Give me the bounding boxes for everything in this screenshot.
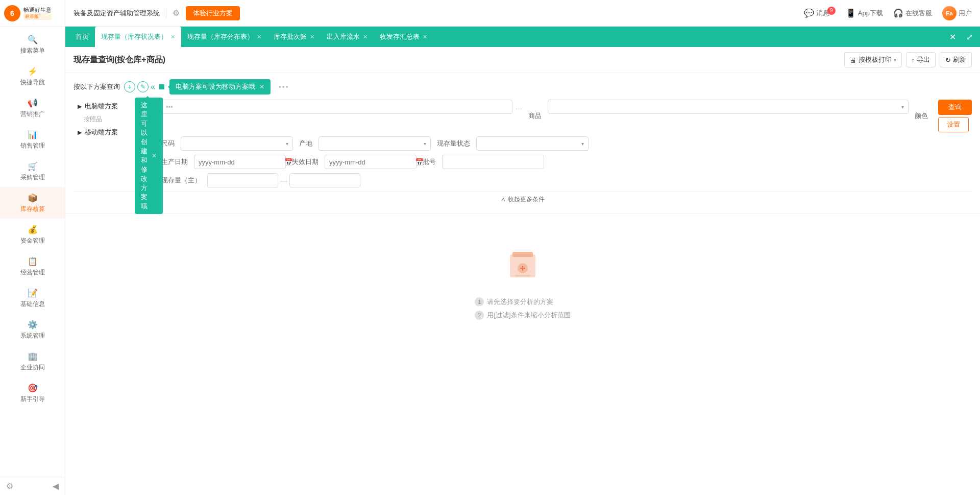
sidebar-item-marketing[interactable]: 📢 营销推广 (0, 92, 65, 124)
tab-close-batch-account[interactable]: ✕ (310, 34, 314, 40)
inventory-icon: 📦 (27, 192, 38, 203)
notification-area[interactable]: 💬 消息 9 (804, 8, 836, 18)
filter-edit-button[interactable]: ✎ (137, 81, 149, 92)
sidebar-item-basic-info[interactable]: 📝 基础信息 (0, 282, 65, 314)
sidebar-item-guide[interactable]: 🎯 新手引导 (0, 377, 65, 409)
collapse-more-conditions[interactable]: ∧ 收起更多条件 (74, 192, 972, 207)
filter-label: 按以下方案查询 (74, 82, 120, 91)
commodity-select[interactable]: ••• (161, 100, 512, 114)
settings-icon[interactable]: ⚙ (6, 481, 13, 491)
system-name: 装备及固定资产辅助管理系统 (74, 9, 160, 18)
marketing-icon: 📢 (27, 97, 38, 108)
commodity-dots: … (516, 103, 522, 111)
finance-icon: 💰 (27, 224, 38, 235)
inventory-status-select[interactable]: ▾ (476, 136, 589, 151)
filter-row-3: 生产日期 📅 失效日期 📅 批号 (161, 155, 972, 169)
gear-settings-icon[interactable]: ⚙ (173, 8, 180, 18)
toolbar-actions: 🖨 按模板打印 ▾ ↑ 导出 ↻ 刷新 (844, 52, 972, 67)
app-download-area[interactable]: 📱 App下载 (846, 8, 883, 18)
tab-home[interactable]: 首页 (69, 32, 95, 41)
export-button[interactable]: ↑ 导出 (906, 52, 936, 67)
production-date-label: 生产日期 (161, 157, 188, 167)
app-header: 装备及固定资产辅助管理系统 ⚙ 体验行业方案 💬 消息 9 📱 App下载 🎧 … (65, 0, 980, 27)
purchase-icon: 🛒 (27, 160, 38, 172)
system-icon: ⚙️ (27, 319, 38, 330)
filter-main-layout: ▶ 电脑端方案 这里可以创建和修改方案哦 ✕ 按照品 (74, 100, 972, 192)
enterprise-icon: 🏢 (27, 350, 38, 362)
sidebar-item-system[interactable]: ⚙️ 系统管理 (0, 314, 65, 345)
size-label: 尺码 (161, 139, 175, 148)
sidebar-item-search-menu[interactable]: 🔍 搜索菜单 (0, 29, 65, 60)
stock-qty-from-input[interactable] (207, 173, 278, 187)
size-chevron: ▾ (286, 141, 288, 147)
tab-collect-summary[interactable]: 收发存汇总表 ✕ (374, 27, 433, 47)
tabs-actions: ✕ ⤢ (946, 31, 976, 43)
sidebar-item-inventory[interactable]: 📦 库存核算 (0, 187, 65, 219)
stock-qty-to-input[interactable] (289, 173, 360, 187)
search-setup-buttons: 查询 设置 (938, 100, 972, 132)
sales-icon: 📊 (27, 129, 38, 140)
filter-back-button[interactable]: « (151, 82, 155, 91)
empty-step-1: 1 请先选择要分析的方案 (475, 295, 570, 309)
collapse-sidebar-btn[interactable]: ◀ (53, 481, 59, 491)
filter-add-button[interactable]: + (124, 81, 135, 92)
scheme-tooltip-close[interactable]: ✕ (259, 83, 264, 90)
tab-bar: 首页 现存量（库存状况表） ✕ 现存量（库存分布表） ✕ 库存批次账 ✕ 出入库… (65, 27, 980, 47)
create-tooltip-area: 这里可以创建和修改方案哦 ✕ (135, 98, 163, 214)
tab-inventory-dist[interactable]: 现存量（库存分布表） ✕ (181, 27, 267, 47)
refresh-button[interactable]: ↻ 刷新 (940, 52, 972, 67)
size-select[interactable]: ▾ (181, 136, 293, 151)
main-area: 装备及固定资产辅助管理系统 ⚙ 体验行业方案 💬 消息 9 📱 App下载 🎧 … (65, 0, 980, 495)
sidebar-item-sales[interactable]: 📊 销售管理 (0, 124, 65, 155)
inventory-status-chevron: ▾ (581, 141, 584, 147)
page-toolbar: 现存量查询(按仓库+商品) 🖨 按模板打印 ▾ ↑ 导出 ↻ 刷新 (65, 47, 980, 73)
expand-tabs-icon[interactable]: ⤢ (963, 31, 976, 43)
color-select[interactable]: ▾ (548, 100, 909, 114)
create-tooltip-close[interactable]: ✕ (152, 152, 157, 159)
scheme-tooltip: 电脑方案可设为移动方案哦 ✕ (169, 79, 271, 95)
production-date-from-input[interactable] (199, 158, 284, 166)
user-area[interactable]: Ea 用户 (942, 6, 972, 20)
create-tooltip: 这里可以创建和修改方案哦 ✕ (135, 98, 163, 214)
origin-select[interactable]: ▾ (318, 136, 431, 151)
sidebar-item-finance[interactable]: 💰 资金管理 (0, 219, 65, 250)
svg-rect-1 (512, 252, 533, 257)
tab-batch-account[interactable]: 库存批次账 ✕ (267, 27, 321, 47)
inventory-status-label: 现存量状态 (437, 139, 470, 148)
setup-button[interactable]: 设置 (938, 117, 969, 132)
filter-row-2: 尺码 ▾ 产地 ▾ 现存量状态 ▾ (161, 136, 972, 151)
sidebar: 6 畅通好生意 标准版 🔍 搜索菜单 ⚡ 快捷导航 📢 营销推广 📊 销售管理 … (0, 0, 65, 495)
svg-rect-5 (515, 275, 530, 276)
sidebar-item-quick-nav[interactable]: ⚡ 快捷导航 (0, 60, 65, 92)
color-chevron: ▾ (901, 104, 904, 110)
expiry-date-label: 失效日期 (292, 157, 318, 167)
production-date-from[interactable]: 📅 (194, 155, 286, 169)
tab-inout-flow[interactable]: 出入库流水 ✕ (321, 27, 374, 47)
mobile-scheme-arrow: ▶ (78, 129, 82, 136)
expiry-date-from-input[interactable] (329, 158, 415, 166)
template-print-button[interactable]: 🖨 按模板打印 ▾ (844, 52, 902, 67)
online-support-area[interactable]: 🎧 在线客服 (893, 8, 932, 18)
tab-close-inout-flow[interactable]: ✕ (363, 34, 368, 40)
origin-chevron: ▾ (424, 141, 426, 147)
empty-state-illustration (502, 244, 543, 285)
empty-state-steps: 1 请先选择要分析的方案 2 用[过滤]条件来缩小分析范围 (475, 295, 570, 322)
message-icon: 💬 (804, 8, 814, 18)
close-all-tabs-icon[interactable]: ✕ (946, 31, 959, 43)
search-button[interactable]: 查询 (938, 100, 972, 115)
dots-menu-button[interactable]: ••• (279, 83, 289, 91)
tab-inventory-status[interactable]: 现存量（库存状况表） ✕ (95, 27, 181, 47)
batch-no-input[interactable] (442, 155, 544, 169)
scheme-tooltip-area: 电脑方案可设为移动方案哦 ✕ (169, 79, 271, 95)
tab-close-inventory-status[interactable]: ✕ (170, 34, 175, 40)
mobile-icon: 📱 (846, 8, 856, 18)
header-left: 装备及固定资产辅助管理系统 ⚙ 体验行业方案 (74, 6, 240, 20)
sidebar-item-operations[interactable]: 📋 经营管理 (0, 250, 65, 282)
tab-close-inventory-dist[interactable]: ✕ (257, 34, 261, 40)
sidebar-item-enterprise[interactable]: 🏢 企业协同 (0, 345, 65, 377)
tab-close-collect-summary[interactable]: ✕ (423, 34, 427, 40)
search-menu-icon: 🔍 (27, 34, 38, 45)
expiry-date-from[interactable]: 📅 (325, 155, 416, 169)
sidebar-item-purchase[interactable]: 🛒 采购管理 (0, 155, 65, 187)
industry-solution-button[interactable]: 体验行业方案 (186, 6, 240, 20)
